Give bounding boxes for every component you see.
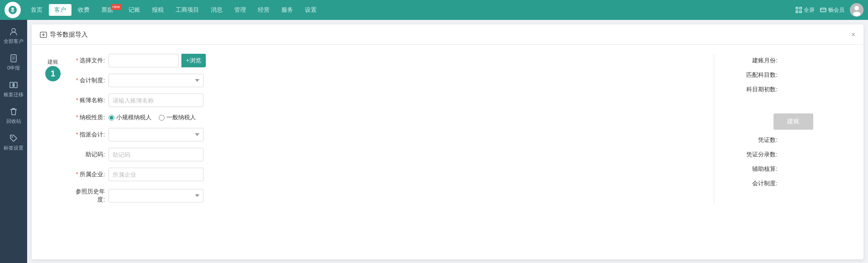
sidebar-item-declaration[interactable]: 0申报	[0, 50, 27, 75]
svg-rect-2	[796, 7, 798, 9]
match-subjects-label: 匹配科目数:	[737, 71, 778, 79]
nav-messages[interactable]: 消息	[205, 4, 228, 16]
form-row-file: 选择文件: +浏览	[74, 54, 705, 67]
step-indicator: 建账 1	[45, 54, 61, 81]
vouchers-label: 凭证数:	[737, 136, 778, 144]
info-row-subjects-initial: 科目期初数:	[737, 85, 850, 94]
build-month-label: 建账月份:	[737, 56, 778, 65]
section-divider	[714, 54, 714, 204]
account-name-input[interactable]	[109, 94, 204, 107]
nav-service[interactable]: 服务	[276, 4, 299, 16]
app-logo	[5, 2, 21, 18]
form-row-tax-type: 纳税性质: 小规模纳税人 一般纳税人	[74, 113, 705, 122]
dialog-body: 建账 1 选择文件: +浏览	[32, 45, 863, 213]
build-account-button[interactable]: 建账	[773, 113, 813, 130]
nav-settings[interactable]: 设置	[299, 4, 322, 16]
tag-icon	[9, 134, 18, 143]
sidebar-item-trash[interactable]: 回收站	[0, 103, 27, 128]
svg-point-14	[12, 136, 13, 138]
form-row-memo-code: 助记码:	[74, 148, 705, 161]
svg-rect-12	[10, 82, 13, 88]
voucher-entries-label: 凭证分录数:	[737, 150, 778, 159]
info-row-aux-accounting: 辅助核算:	[737, 165, 850, 173]
subjects-initial-label: 科目期初数:	[737, 85, 778, 94]
dialog-title: 导爷数据导入	[40, 31, 88, 39]
form-row-account-system: 会计制度:	[74, 74, 705, 87]
file-input[interactable]	[109, 54, 179, 67]
radio-small-taxpayer[interactable]: 小规模纳税人	[109, 113, 152, 122]
info-section: 建账月份: 匹配科目数: 科目期初数: 建账	[723, 54, 850, 204]
nav-ledger[interactable]: 记账	[123, 4, 146, 16]
svg-point-9	[853, 12, 860, 16]
svg-point-1	[11, 9, 14, 12]
svg-rect-4	[796, 11, 798, 13]
radio-small-input[interactable]	[109, 115, 114, 121]
import-icon	[40, 31, 47, 38]
fields-container: 选择文件: +浏览 会计制度:	[74, 54, 705, 204]
affiliated-company-label: 所属企业:	[74, 170, 105, 178]
form-section-inner: 建账 1 选择文件: +浏览	[45, 54, 705, 204]
nav-billing[interactable]: 收费	[72, 4, 95, 16]
svg-point-10	[12, 28, 15, 32]
nav-home[interactable]: 首页	[25, 4, 48, 16]
dialog-card: 导爷数据导入 × 建账 1	[32, 24, 863, 259]
fullscreen-button[interactable]: 全屏	[796, 6, 815, 14]
info-row-build-month: 建账月份:	[737, 56, 850, 65]
svg-rect-6	[821, 8, 826, 12]
info-row-voucher-entries: 凭证分录数:	[737, 150, 850, 159]
info-row-accounting-system: 会计制度:	[737, 179, 850, 188]
form-row-reference-year: 参照历史年度:	[74, 188, 705, 204]
account-name-label: 账簿名称:	[74, 96, 105, 104]
reference-year-select[interactable]	[109, 189, 204, 202]
info-row-vouchers: 凭证数:	[737, 136, 850, 144]
browse-button[interactable]: +浏览	[181, 54, 206, 67]
trash-icon	[9, 107, 18, 116]
top-navigation: 首页 客户 收费 票据 new 记账 报税 工商项目 消息 管理 经营 服务 设…	[0, 0, 868, 20]
memo-code-input[interactable]	[109, 148, 204, 161]
memo-code-label: 助记码:	[74, 150, 105, 159]
user-avatar[interactable]	[850, 3, 863, 17]
nav-tax[interactable]: 报税	[147, 4, 169, 16]
accounting-system-label: 会计制度:	[737, 179, 778, 188]
person-icon	[9, 27, 18, 36]
svg-rect-5	[800, 11, 802, 13]
nav-manage[interactable]: 管理	[229, 4, 251, 16]
form-section: 建账 1 选择文件: +浏览	[45, 54, 705, 204]
radio-general-taxpayer[interactable]: 一般纳税人	[159, 113, 196, 122]
dialog-header: 导爷数据导入 ×	[32, 24, 863, 45]
sidebar-item-all-clients[interactable]: 全部客户	[0, 23, 27, 48]
nav-invoices[interactable]: 票据 new	[96, 4, 122, 16]
svg-rect-13	[14, 82, 17, 88]
tax-type-radio-group: 小规模纳税人 一般纳税人	[109, 113, 196, 122]
radio-general-input[interactable]	[159, 115, 165, 121]
tax-type-label: 纳税性质:	[74, 113, 105, 122]
new-badge: new	[111, 4, 121, 10]
aux-accounting-label: 辅助核算:	[737, 165, 778, 173]
svg-point-8	[854, 6, 859, 10]
reference-year-label: 参照历史年度:	[74, 188, 105, 204]
form-row-affiliated-company: 所属企业:	[74, 168, 705, 181]
migrate-icon	[9, 80, 18, 89]
sidebar-item-account-migrate[interactable]: 账套迁移	[0, 77, 27, 102]
assign-accountant-label: 指派会计:	[74, 131, 105, 139]
nav-right: 全屏 畅会员	[796, 3, 863, 17]
file-label: 选择文件:	[74, 56, 105, 65]
file-icon	[9, 54, 18, 63]
nav-clients[interactable]: 客户	[49, 4, 71, 16]
info-row-match-subjects: 匹配科目数:	[737, 71, 850, 79]
nav-finance[interactable]: 经营	[252, 4, 275, 16]
account-system-select[interactable]	[109, 74, 204, 87]
nav-business[interactable]: 工商项目	[170, 4, 204, 16]
dialog-close-button[interactable]: ×	[851, 31, 855, 38]
main-layout: 全部客户 0申报 账套迁移 回收站	[0, 20, 868, 263]
assign-accountant-select[interactable]	[109, 128, 204, 141]
step-circle: 1	[45, 66, 61, 81]
affiliated-company-input[interactable]	[109, 168, 204, 181]
svg-rect-3	[800, 7, 802, 9]
account-system-label: 会计制度:	[74, 76, 105, 85]
sidebar-item-tag-settings[interactable]: 标签设置	[0, 130, 27, 155]
build-btn-container: 建账	[737, 109, 850, 130]
form-row-account-name: 账簿名称:	[74, 94, 705, 107]
form-row-assign-accountant: 指派会计:	[74, 128, 705, 141]
vip-button[interactable]: 畅会员	[820, 6, 844, 14]
